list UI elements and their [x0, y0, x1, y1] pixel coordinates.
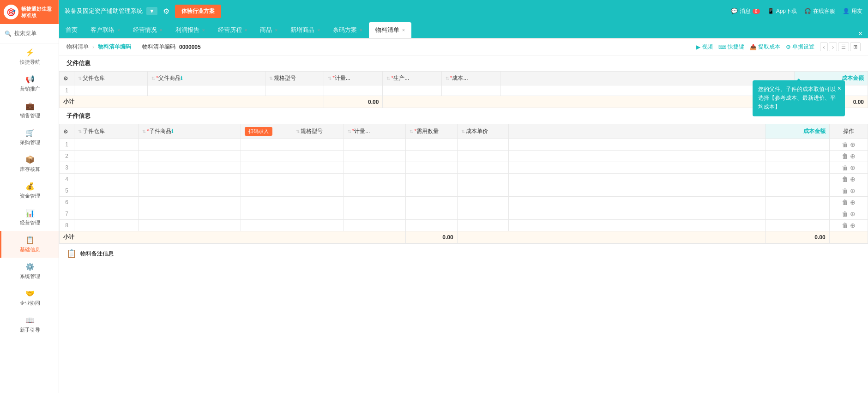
child-unit-cost-cell[interactable]	[457, 151, 508, 162]
copy-icon[interactable]: ⊕	[850, 210, 856, 218]
menu-button[interactable]: ☰	[838, 42, 849, 51]
copy-icon[interactable]: ⊕	[850, 152, 856, 160]
child-unit-cost-cell[interactable]	[457, 185, 508, 197]
child-spec-cell[interactable]	[292, 208, 344, 220]
child-spec-cell[interactable]	[292, 185, 344, 197]
tab-bom[interactable]: 物料清单 ×	[369, 22, 411, 39]
sidebar-item-sales[interactable]: 💼 销售管理	[0, 97, 59, 124]
close-all-tabs-button[interactable]: ×	[853, 30, 868, 38]
child-product-cell[interactable]	[138, 151, 241, 162]
settings-button[interactable]: ⚙	[161, 5, 171, 18]
tab-close-icon[interactable]: ×	[202, 28, 205, 33]
tab-home[interactable]: 首页	[59, 22, 84, 39]
sidebar-item-management[interactable]: 📊 经营管理	[0, 204, 59, 231]
child-warehouse-cell[interactable]	[74, 139, 139, 151]
child-warehouse-cell[interactable]	[74, 220, 139, 231]
child-unit-cell[interactable]	[344, 208, 395, 220]
child-quantity-cell[interactable]	[406, 151, 457, 162]
child-unit-cell[interactable]	[344, 139, 395, 151]
child-product-cell[interactable]	[138, 185, 241, 197]
child-spec-cell[interactable]	[292, 162, 344, 174]
child-unit-cell[interactable]	[344, 185, 395, 197]
tab-barcode[interactable]: 条码方案 ×	[326, 22, 369, 39]
search-menu-button[interactable]: 🔍 搜索菜单	[4, 28, 55, 39]
delete-icon[interactable]: 🗑	[842, 164, 848, 171]
child-unit-cell[interactable]	[344, 151, 395, 162]
breadcrumb-bom-edit[interactable]: 物料清单编码	[98, 43, 131, 51]
parent-production-cell[interactable]	[383, 85, 441, 96]
child-unit-cost-cell[interactable]	[457, 197, 508, 208]
child-unit-cost-cell[interactable]	[457, 139, 508, 151]
sidebar-item-guide[interactable]: 📖 新手引导	[0, 311, 59, 338]
tab-close-icon[interactable]: ×	[160, 28, 163, 33]
parent-warehouse-cell[interactable]	[74, 85, 148, 96]
tab-new-goods[interactable]: 新增商品 ×	[284, 22, 326, 39]
child-spec-cell[interactable]	[292, 174, 344, 185]
expand-button[interactable]: ⊞	[850, 42, 861, 51]
copy-icon[interactable]: ⊕	[850, 187, 856, 194]
user-button[interactable]: 👤 用友	[843, 7, 862, 15]
child-product-cell[interactable]	[138, 139, 241, 151]
child-unit-cost-cell[interactable]	[457, 220, 508, 231]
parent-cost-cell[interactable]	[441, 85, 500, 96]
delete-icon[interactable]: 🗑	[842, 141, 848, 148]
tab-goods[interactable]: 商品 ×	[253, 22, 284, 39]
single-settings-button[interactable]: ⚙ 单据设置	[786, 43, 814, 51]
child-product-cell[interactable]	[138, 197, 241, 208]
sidebar-item-finance[interactable]: 💰 资金管理	[0, 177, 59, 204]
copy-icon[interactable]: ⊕	[850, 222, 856, 229]
tab-close-icon[interactable]: ×	[117, 28, 120, 33]
child-spec-cell[interactable]	[292, 220, 344, 231]
child-unit-cost-cell[interactable]	[457, 174, 508, 185]
child-unit-cell[interactable]	[344, 197, 395, 208]
tooltip-close-button[interactable]: ×	[838, 83, 841, 93]
child-warehouse-cell[interactable]	[74, 197, 139, 208]
child-spec-cell[interactable]	[292, 151, 344, 162]
breadcrumb-bom[interactable]: 物料清单	[66, 43, 89, 51]
sidebar-item-enterprise[interactable]: 🤝 企业协同	[0, 284, 59, 311]
tab-customer[interactable]: 客户联络 ×	[84, 22, 127, 39]
child-unit-cost-cell[interactable]	[457, 208, 508, 220]
child-spec-cell[interactable]	[292, 139, 344, 151]
child-warehouse-cell[interactable]	[74, 174, 139, 185]
tab-close-icon[interactable]: ×	[275, 28, 277, 33]
copy-icon[interactable]: ⊕	[850, 141, 856, 148]
online-service-button[interactable]: 🎧 在线客服	[804, 7, 835, 15]
tab-close-icon[interactable]: ×	[245, 28, 247, 33]
view-video-button[interactable]: ▶ 视频	[696, 43, 713, 51]
parent-col-settings[interactable]: ⚙	[60, 72, 74, 85]
child-warehouse-cell[interactable]	[74, 185, 139, 197]
child-product-cell[interactable]	[138, 162, 241, 174]
next-button[interactable]: ›	[829, 42, 837, 51]
delete-icon[interactable]: 🗑	[842, 175, 848, 183]
copy-icon[interactable]: ⊕	[850, 175, 856, 183]
delete-icon[interactable]: 🗑	[842, 152, 848, 160]
delete-icon[interactable]: 🗑	[842, 199, 848, 206]
child-unit-cell[interactable]	[344, 174, 395, 185]
child-quantity-cell[interactable]	[406, 162, 457, 174]
prev-button[interactable]: ‹	[820, 42, 828, 51]
copy-icon[interactable]: ⊕	[850, 164, 856, 171]
tab-close-icon[interactable]: ×	[360, 28, 362, 33]
child-col-settings[interactable]: ⚙	[60, 124, 74, 139]
sidebar-item-marketing[interactable]: 📢 营销推广	[0, 70, 59, 97]
child-quantity-cell[interactable]	[406, 197, 457, 208]
shortcut-button[interactable]: ⌨ 快捷键	[718, 43, 744, 51]
sidebar-item-system[interactable]: ⚙️ 系统管理	[0, 258, 59, 284]
child-product-cell[interactable]	[138, 208, 241, 220]
delete-icon[interactable]: 🗑	[842, 187, 848, 194]
app-download-button[interactable]: 📱 App下载	[767, 7, 797, 15]
sidebar-item-basic-info[interactable]: 📋 基础信息	[0, 231, 59, 258]
child-product-cell[interactable]	[138, 174, 241, 185]
delete-icon[interactable]: 🗑	[842, 222, 848, 229]
tab-close-icon[interactable]: ×	[317, 28, 320, 33]
sidebar-item-quicknav[interactable]: ⚡ 快捷导航	[0, 43, 59, 70]
child-quantity-cell[interactable]	[406, 139, 457, 151]
child-warehouse-cell[interactable]	[74, 151, 139, 162]
child-product-cell[interactable]	[138, 220, 241, 231]
scan-input-button[interactable]: 扫码录入	[245, 127, 272, 136]
sidebar-item-inventory[interactable]: 📦 库存核算	[0, 151, 59, 177]
tab-history[interactable]: 经营历程 ×	[211, 22, 254, 39]
trial-button[interactable]: 体验行业方案	[175, 5, 221, 18]
tab-operation[interactable]: 经营情况 ×	[127, 22, 169, 39]
